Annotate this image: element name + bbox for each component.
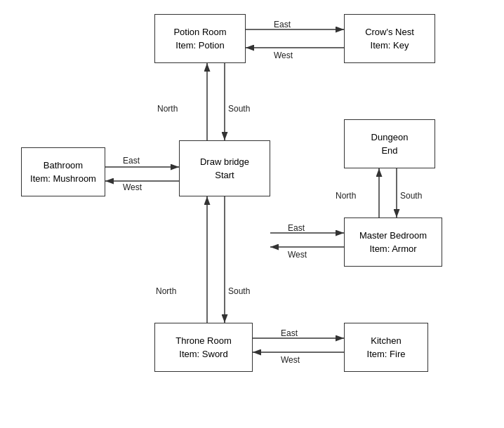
room-drawbridge: Draw bridge Start — [179, 140, 270, 196]
room-dungeon: Dungeon End — [344, 119, 435, 168]
label-bathroom-west: West — [123, 182, 142, 192]
room-drawbridge-extra: Start — [215, 168, 234, 182]
label-bathroom-east: East — [123, 156, 140, 166]
room-bathroom: Bathroom Item: Mushroom — [21, 147, 105, 196]
label-throne-north: North — [156, 286, 176, 296]
room-kitchen-item: Item: Fire — [367, 347, 406, 361]
room-dungeon-name: Dungeon — [371, 131, 409, 145]
label-south-potion: South — [228, 104, 250, 114]
diagram: East West North South East West North So… — [0, 0, 504, 428]
room-bathroom-item: Item: Mushroom — [30, 172, 96, 186]
room-throne-item: Item: Sword — [179, 347, 227, 361]
room-potion-item: Item: Potion — [175, 39, 224, 53]
label-drawbridge-east2: East — [288, 223, 305, 233]
room-master-item: Item: Armor — [369, 242, 416, 256]
room-kitchen: Kitchen Item: Fire — [344, 323, 428, 372]
room-crows-item: Item: Key — [371, 39, 409, 53]
room-bathroom-name: Bathroom — [44, 159, 83, 173]
label-crows-west: West — [274, 51, 293, 60]
room-master-name: Master Bedroom — [359, 229, 427, 243]
room-kitchen-name: Kitchen — [371, 334, 401, 348]
room-dungeon-extra: End — [381, 144, 397, 158]
room-crows-name: Crow's Nest — [365, 25, 414, 39]
label-dungeon-north: North — [336, 191, 356, 201]
label-north-potion: North — [157, 104, 178, 114]
label-throne-west: West — [281, 355, 300, 365]
room-throne-name: Throne Room — [175, 334, 231, 348]
room-master-bedroom: Master Bedroom Item: Armor — [344, 218, 442, 267]
label-drawbridge-west2: West — [288, 250, 307, 260]
label-dungeon-south: South — [400, 191, 422, 201]
room-potion-name: Potion Room — [173, 25, 226, 39]
room-crows-nest: Crow's Nest Item: Key — [344, 14, 435, 63]
label-throne-east: East — [281, 328, 298, 338]
room-throne: Throne Room Item: Sword — [154, 323, 253, 372]
label-potion-east: East — [274, 20, 291, 29]
room-drawbridge-name: Draw bridge — [200, 155, 249, 169]
room-potion: Potion Room Item: Potion — [154, 14, 246, 63]
label-throne-south: South — [228, 286, 250, 296]
